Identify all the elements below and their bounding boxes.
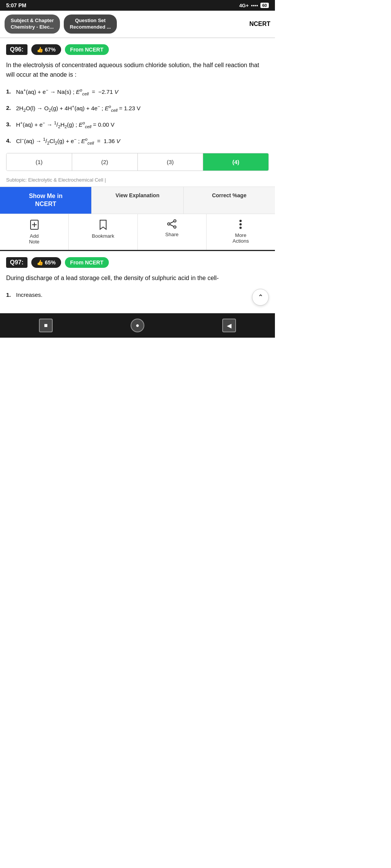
square-icon: ■ <box>44 322 48 329</box>
option-3[interactable]: 3. H+(aq) + e− → 1/2H2(g) ; Eocell = 0.0… <box>6 119 269 130</box>
question-text-97: During discharge of a lead storage cell,… <box>6 273 269 283</box>
subject-value: Chemistry - Elec... <box>11 24 54 31</box>
status-icons: 4G+ ▪▪▪▪ 60 <box>239 3 269 8</box>
options-list-96: 1. Na+(aq) + e− → Na(s) ; Eocell = −2.71… <box>6 87 269 147</box>
question-set-value: Recommended ... <box>70 24 111 31</box>
share-btn[interactable]: Share <box>138 214 207 250</box>
like-pct-96: 67% <box>45 47 56 53</box>
circle-icon: ● <box>136 322 139 329</box>
network-indicator: 4G+ <box>239 3 249 8</box>
status-bar: 5:07 PM 4G+ ▪▪▪▪ 60 <box>0 0 275 11</box>
share-icon <box>166 219 177 230</box>
svg-line-6 <box>170 222 174 224</box>
correct-pct-btn[interactable]: Correct %age <box>184 187 275 214</box>
question-text-96: In the electrolysis of concentrated aque… <box>6 60 269 80</box>
back-square-btn[interactable]: ■ <box>39 319 53 332</box>
more-actions-label: MoreActions <box>233 232 249 244</box>
svg-line-7 <box>170 225 174 227</box>
option-2[interactable]: 2. 2H2O(l) → O2(g) + 4H+(aq) + 4e− ; Eoc… <box>6 103 269 114</box>
option-4[interactable]: 4. Cl−(aq) → 1/2Cl2(g) + e− ; Eocell = 1… <box>6 136 269 147</box>
option-97-1[interactable]: 1. Increases. <box>6 290 269 300</box>
signal-bars: ▪▪▪▪ <box>251 3 258 8</box>
more-actions-btn[interactable]: MoreActions <box>207 214 275 250</box>
option-97-1-text: Increases. <box>16 290 42 300</box>
battery-indicator: 60 <box>260 3 269 8</box>
like-pct-97: 65% <box>45 259 56 266</box>
svg-point-4 <box>174 226 176 228</box>
header-nav: Subject & Chapter Chemistry - Elec... Qu… <box>0 11 275 38</box>
question-number-96: Q96: <box>6 44 27 55</box>
svg-point-3 <box>174 220 176 222</box>
ncert-label: NCERT <box>249 21 270 27</box>
scroll-up-btn[interactable]: ⌃ <box>252 289 269 306</box>
nav-triangle-btn[interactable]: ◀ <box>222 319 236 332</box>
tools-row-96: AddNote Bookmark Share <box>0 214 275 251</box>
answer-choice-3[interactable]: (3) <box>138 153 204 171</box>
question-card-97: Q97: 👍 65% From NCERT During discharge o… <box>0 251 275 313</box>
subject-label: Subject & Chapter <box>11 18 54 24</box>
thumbs-up-icon-97: 👍 <box>37 259 43 266</box>
from-ncert-badge-97: From NCERT <box>65 257 109 268</box>
svg-point-9 <box>239 223 242 225</box>
from-ncert-badge-96: From NCERT <box>65 44 109 55</box>
like-badge-96: 👍 67% <box>31 44 61 55</box>
options-list-97: 1. Increases. <box>6 290 269 300</box>
bottom-nav: ■ ● ◀ <box>0 313 275 338</box>
svg-point-8 <box>239 220 242 222</box>
chevron-up-icon: ⌃ <box>258 293 263 301</box>
triangle-icon: ◀ <box>227 322 231 329</box>
add-note-label: AddNote <box>29 233 39 245</box>
option-1[interactable]: 1. Na+(aq) + e− → Na(s) ; Eocell = −2.71… <box>6 87 269 98</box>
question-number-97: Q97: <box>6 257 27 268</box>
view-explanation-btn[interactable]: View Explanation <box>92 187 183 214</box>
question-set-label: Question Set <box>70 18 111 24</box>
action-row-96: Show Me inNCERT View Explanation Correct… <box>0 187 275 214</box>
bookmark-btn[interactable]: Bookmark <box>69 214 137 250</box>
home-circle-btn[interactable]: ● <box>131 319 144 332</box>
like-badge-97: 👍 65% <box>31 257 61 268</box>
bookmark-icon <box>99 219 108 232</box>
subject-pill[interactable]: Subject & Chapter Chemistry - Elec... <box>5 14 60 34</box>
time-display: 5:07 PM <box>6 2 26 8</box>
add-note-icon <box>29 219 40 232</box>
answer-choice-1[interactable]: (1) <box>6 153 72 171</box>
answer-choice-2[interactable]: (2) <box>72 153 138 171</box>
subtopic-text-96: Subtopic: Electrolytic & Electrochemical… <box>6 176 269 187</box>
bookmark-label: Bookmark <box>92 233 115 239</box>
add-note-btn[interactable]: AddNote <box>0 214 69 250</box>
answer-choice-4[interactable]: (4) <box>203 153 268 171</box>
question-card-96: Q96: 👍 67% From NCERT In the electrolysi… <box>0 38 275 187</box>
show-in-ncert-btn[interactable]: Show Me inNCERT <box>0 187 92 214</box>
question-header-97: Q97: 👍 65% From NCERT <box>6 257 269 268</box>
svg-point-10 <box>239 227 242 229</box>
share-label: Share <box>165 232 179 237</box>
thumbs-up-icon: 👍 <box>37 47 43 53</box>
svg-point-5 <box>168 223 170 225</box>
more-actions-icon <box>239 219 242 231</box>
answer-choices-96: (1) (2) (3) (4) <box>6 153 269 171</box>
question-header-96: Q96: 👍 67% From NCERT <box>6 44 269 55</box>
question-set-pill[interactable]: Question Set Recommended ... <box>64 14 117 34</box>
